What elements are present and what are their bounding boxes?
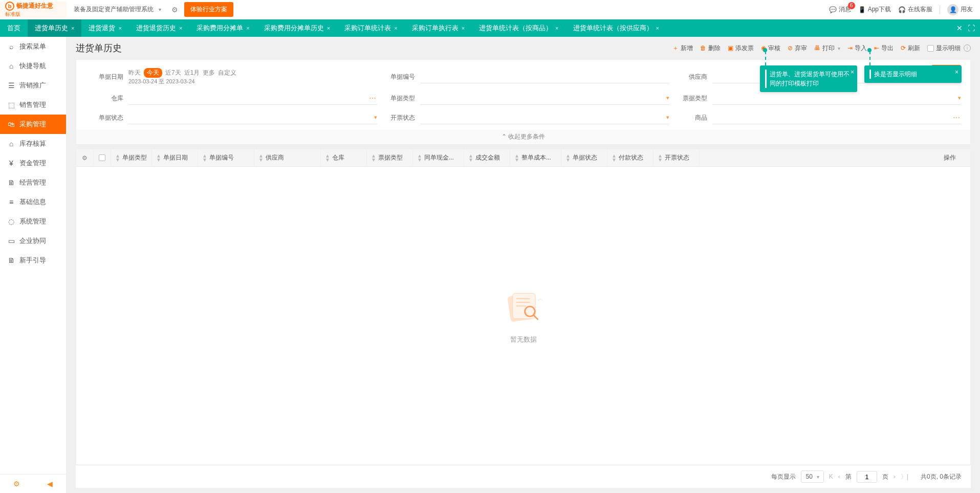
unaudit-button[interactable]: ⊘弃审 (788, 44, 807, 53)
date-tag-4[interactable]: 更多 (203, 69, 215, 77)
date-tag-2[interactable]: 近7天 (165, 69, 181, 77)
gear-icon[interactable]: ⚙ (168, 6, 181, 14)
tab-5[interactable]: 采购费用分摊单历史× (257, 19, 337, 37)
tab-8[interactable]: 进货单统计表（按商品）× (472, 19, 565, 37)
doc-type-select[interactable]: ▾ (420, 92, 669, 105)
column-header[interactable]: ▲▼单据编号 (198, 149, 254, 166)
tab-9[interactable]: 进货单统计表（按供应商）× (566, 19, 666, 37)
sidebar-icon: ⌂ (7, 62, 15, 70)
filter-doc-type[interactable]: 单据类型 ▾ (377, 88, 669, 108)
close-icon[interactable]: × (851, 68, 854, 77)
close-icon[interactable]: × (179, 25, 182, 31)
import-button[interactable]: ⇥导入 (847, 44, 867, 53)
sidebar-icon: ◌ (7, 217, 15, 226)
per-page-select[interactable]: 50 ▾ (801, 470, 823, 483)
sidebar-item-label: 营销推广 (19, 81, 46, 90)
try-plan-button[interactable]: 体验行业方案 (184, 2, 233, 17)
product-select[interactable]: ⋯ (712, 111, 961, 124)
sidebar-item-5[interactable]: ⌂库存核算 (0, 134, 66, 153)
filter-warehouse[interactable]: 仓库 ⋯ (85, 88, 377, 108)
sidebar-item-11[interactable]: 🗎新手引导 (0, 251, 66, 270)
sort-icon: ▲▼ (371, 154, 376, 162)
filter-doc-no[interactable]: 单据编号 (377, 65, 669, 88)
tab-7[interactable]: 采购订单执行表× (405, 19, 472, 37)
chat-icon: 💬 (829, 6, 837, 13)
close-icon[interactable]: × (246, 25, 249, 31)
close-all-tabs-icon[interactable]: ✕ (956, 24, 963, 32)
delete-button[interactable]: 🗑删除 (700, 44, 721, 53)
show-detail-toggle[interactable]: 显示明细i (927, 44, 971, 53)
first-page-button[interactable]: K (829, 473, 833, 480)
close-icon[interactable]: × (462, 25, 465, 31)
column-header[interactable]: ▲▼成交金额 (464, 149, 510, 166)
column-header[interactable]: ▲▼供应商 (254, 149, 321, 166)
close-icon[interactable]: × (656, 25, 659, 31)
page-number-input[interactable] (857, 471, 877, 483)
column-header[interactable]: ▲▼票据类型 (367, 149, 413, 166)
tab-3[interactable]: 进货退货历史× (129, 19, 189, 37)
tab-6[interactable]: 采购订单统计表× (337, 19, 404, 37)
sidebar-item-9[interactable]: ◌系统管理 (0, 212, 66, 231)
tab-label: 采购订单执行表 (412, 24, 459, 33)
column-header[interactable]: ▲▼单据状态 (561, 149, 607, 166)
messages-button[interactable]: 💬 消息 6 (829, 5, 851, 14)
collapse-filters-button[interactable]: ⌃ 收起更多条件 (76, 129, 970, 144)
column-header[interactable]: ▲▼付款状态 (607, 149, 654, 166)
tab-label: 进货退货 (89, 24, 115, 33)
sidebar-item-0[interactable]: ⌕搜索菜单 (0, 37, 66, 56)
column-header[interactable]: ▲▼单据类型 (111, 149, 152, 166)
add-invoice-button[interactable]: ▣添发票 (728, 44, 754, 53)
column-header[interactable]: ▲▼单据日期 (152, 149, 198, 166)
close-icon[interactable]: × (327, 25, 330, 31)
sidebar-item-10[interactable]: ▭企业协同 (0, 231, 66, 251)
sidebar-item-4[interactable]: 🛍采购管理 (0, 115, 66, 134)
sidebar-item-6[interactable]: ¥资金管理 (0, 153, 66, 173)
sidebar-item-1[interactable]: ⌂快捷导航 (0, 56, 66, 76)
date-tag-3[interactable]: 近1月 (184, 69, 200, 77)
settings-icon[interactable]: ⚙ (13, 480, 20, 488)
warehouse-select[interactable]: ⋯ (128, 92, 377, 105)
tab-0[interactable]: 首页 (0, 19, 28, 37)
filter-product[interactable]: 商品 ⋯ (669, 108, 961, 127)
close-icon[interactable]: × (555, 25, 558, 31)
column-header[interactable]: ▲▼仓库 (321, 149, 367, 166)
last-page-button[interactable]: 〉| (901, 473, 908, 481)
date-tag-5[interactable]: 自定义 (218, 69, 236, 77)
tab-1[interactable]: 进货单历史× (28, 19, 81, 37)
doc-no-input[interactable] (420, 70, 669, 83)
user-menu[interactable]: 👤 用友 (947, 4, 973, 15)
date-tag-1[interactable]: 今天 (144, 68, 162, 78)
column-header[interactable]: ▲▼开票状态 (654, 149, 700, 166)
next-page-button[interactable]: › (894, 473, 896, 480)
sidebar-item-7[interactable]: 🗎经营管理 (0, 173, 66, 192)
refresh-button[interactable]: ⟳刷新 (901, 44, 920, 53)
column-header[interactable]: ▲▼同单现金... (413, 149, 464, 166)
filter-bill-status[interactable]: 开票状态 ▾ (377, 108, 669, 127)
date-tag-0[interactable]: 昨天 (128, 69, 141, 77)
tab-4[interactable]: 采购费用分摊单× (189, 19, 256, 37)
collapse-sidebar-icon[interactable]: ◀ (47, 480, 53, 488)
close-icon[interactable]: × (71, 25, 74, 31)
close-icon[interactable]: × (394, 25, 397, 31)
add-button[interactable]: ＋新增 (672, 44, 693, 53)
close-icon[interactable]: × (955, 68, 959, 77)
close-icon[interactable]: × (118, 25, 121, 31)
sidebar-item-8[interactable]: ≡基础信息 (0, 192, 66, 212)
bill-status-select[interactable]: ▾ (420, 111, 669, 124)
print-button[interactable]: 🖶打印▾ (814, 44, 840, 53)
prev-page-button[interactable]: ‹ (838, 473, 840, 480)
tab-2[interactable]: 进货退货× (81, 19, 128, 37)
sidebar-item-2[interactable]: ☰营销推广 (0, 76, 66, 95)
filter-doc-status[interactable]: 单据状态 ▾ (85, 108, 377, 127)
sidebar-item-3[interactable]: ⬚销售管理 (0, 95, 66, 115)
table-settings-button[interactable]: ⚙ (76, 149, 94, 166)
system-selector[interactable]: 装备及固定资产辅助管理系统 ▾ (67, 5, 168, 14)
export-button[interactable]: ⇤导出 (874, 44, 894, 53)
invoice-type-select[interactable]: ▾ (712, 92, 961, 105)
fullscreen-icon[interactable]: ⛶ (968, 24, 975, 32)
select-all-checkbox[interactable] (94, 149, 111, 166)
app-download-button[interactable]: 📱 App下载 (858, 5, 891, 14)
column-header[interactable]: ▲▼整单成本... (510, 149, 561, 166)
online-support-button[interactable]: 🎧 在线客服 (898, 5, 932, 14)
doc-status-select[interactable]: ▾ (128, 111, 377, 124)
